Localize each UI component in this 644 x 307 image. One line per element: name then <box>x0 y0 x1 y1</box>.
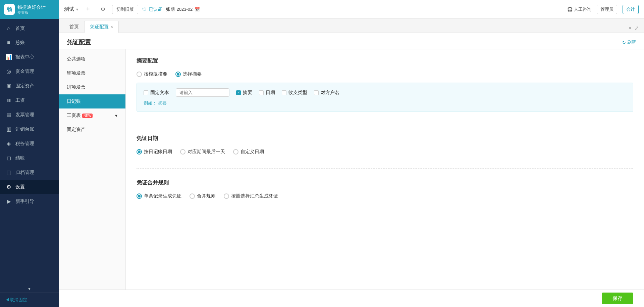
nav-payslip[interactable]: 工资表 NEW ▾ <box>59 108 125 123</box>
payslip-expand-icon: ▾ <box>115 113 117 118</box>
right-content: 摘要配置 按模版摘要 选择摘要 <box>126 49 644 290</box>
topbar: 测试 ▾ + ⚙ 切到旧版 🛡 已认证 账期 2023-02 📅 🎧 人工咨询 <box>59 0 644 19</box>
sidebar-item-guide[interactable]: ▶ 新手引导 <box>0 194 59 209</box>
fixed-text-input[interactable] <box>176 88 229 97</box>
nav-purchase[interactable]: 进项发票 <box>59 80 125 94</box>
home-icon: ⌂ <box>5 26 12 32</box>
topbar-settings-btn[interactable]: ⚙ <box>97 5 109 14</box>
summary-radio-group: 按模版摘要 选择摘要 <box>137 71 633 77</box>
guide-icon: ▶ <box>5 198 12 205</box>
checkbox-income-type[interactable]: 收支类型 <box>282 90 307 96</box>
date-section: 凭证日期 按日记账日期 对应期间最后一天 <box>137 135 633 169</box>
tax-icon: ◈ <box>5 140 12 147</box>
refresh-icon: ↻ <box>622 40 626 45</box>
date-radio-custom[interactable]: 自定义日期 <box>233 149 264 155</box>
merge-radio-single[interactable]: 单条记录生成凭证 <box>137 193 181 199</box>
tab-controls: × ⤢ <box>629 25 639 33</box>
date-title: 凭证日期 <box>137 135 633 142</box>
sidebar-item-home[interactable]: ⌂ 首页 <box>0 21 59 36</box>
merge-radio-aggregate[interactable]: 按照选择汇总生成凭证 <box>224 193 278 199</box>
sidebar-item-payroll[interactable]: ≋ 工资 <box>0 93 59 107</box>
summary-checkbox: ✓ <box>236 90 241 95</box>
calendar-icon[interactable]: 📅 <box>195 7 200 12</box>
checkbox-counterpart[interactable]: 对方户名 <box>314 90 339 96</box>
radio-aggregate-circle <box>224 193 229 199</box>
cancel-fixed-btn[interactable]: ◀取消固定 <box>0 293 59 307</box>
radio-template-circle <box>137 72 142 77</box>
summary-section: 摘要配置 按模版摘要 选择摘要 <box>137 57 633 124</box>
summary-title: 摘要配置 <box>137 57 633 64</box>
sidebar: 畅 畅捷通好会计 专业版 ⌂ 首页 ≡ 总账 📊 报表中心 ◎ 资金管理 <box>0 0 59 307</box>
user-btn[interactable]: 管理员 <box>597 5 617 14</box>
radio-period-last-circle <box>180 149 185 155</box>
date-radio-journal[interactable]: 按日记账日期 <box>137 149 172 155</box>
inner-layout: 公共选项 销项发票 进项发票 日记账 工资表 NEW ▾ <box>59 49 644 290</box>
switch-version-btn[interactable]: 切到旧版 <box>112 5 138 14</box>
nav-sales[interactable]: 销项发票 <box>59 66 125 80</box>
logo-text: 畅捷通好会计 专业版 <box>17 4 46 15</box>
left-nav: 公共选项 销项发票 进项发票 日记账 工资表 NEW ▾ <box>59 49 126 290</box>
radio-rule-circle <box>190 193 195 199</box>
tabbar: 首页 凭证配置 × × ⤢ <box>59 19 644 33</box>
radio-journal-circle <box>137 149 142 155</box>
summary-radio-template[interactable]: 按模版摘要 <box>137 71 167 77</box>
settings-icon: ⚙ <box>5 184 12 190</box>
sidebar-item-tax[interactable]: ◈ 税务管理 <box>0 136 59 151</box>
checkbox-fixed-text[interactable]: 固定文本 <box>144 90 169 96</box>
headset-icon: 🎧 <box>567 7 573 12</box>
page-title: 凭证配置 <box>67 38 91 46</box>
sidebar-item-capital[interactable]: ◎ 资金管理 <box>0 64 59 79</box>
tab-close-icon[interactable]: × <box>111 25 113 29</box>
sidebar-item-settings[interactable]: ⚙ 设置 <box>0 180 59 194</box>
company-selector[interactable]: 测试 ▾ <box>64 6 78 12</box>
date-checkbox <box>259 90 264 95</box>
sidebar-item-ledger[interactable]: ≡ 总账 <box>0 36 59 50</box>
date-radio-period-last[interactable]: 对应期间最后一天 <box>180 149 225 155</box>
nav-public[interactable]: 公共选项 <box>59 52 125 66</box>
report-icon: 📊 <box>5 54 12 60</box>
save-btn[interactable]: 保存 <box>602 293 633 304</box>
nav-fixed[interactable]: 固定资产 <box>59 123 125 137</box>
nav-journal[interactable]: 日记账 <box>59 94 125 108</box>
refresh-btn[interactable]: ↻ 刷新 <box>622 39 636 45</box>
closing-icon: ◻ <box>5 155 12 161</box>
shield-icon: 🛡 <box>142 7 147 12</box>
fullscreen-btn[interactable]: ⤢ <box>634 25 639 31</box>
sidebar-item-archive[interactable]: ◫ 归档管理 <box>0 165 59 180</box>
sidebar-logo: 畅 畅捷通好会计 专业版 <box>0 0 59 19</box>
add-company-btn[interactable]: + <box>82 4 94 14</box>
checkbox-date[interactable]: 日期 <box>259 90 275 96</box>
checkbox-summary[interactable]: ✓ 摘要 <box>236 90 252 96</box>
merge-radio-rule[interactable]: 合并规则 <box>190 193 216 199</box>
merge-section: 凭证合并规则 单条记录生成凭证 合并规则 <box>137 179 633 213</box>
sidebar-scroll-down[interactable]: ▼ <box>0 285 59 293</box>
sidebar-item-report[interactable]: 📊 报表中心 <box>0 50 59 64</box>
bottom-bar: 保存 <box>59 290 644 307</box>
sidebar-item-invoice[interactable]: ▤ 发票管理 <box>0 107 59 122</box>
main-area: 测试 ▾ + ⚙ 切到旧版 🛡 已认证 账期 2023-02 📅 🎧 人工咨询 <box>59 0 644 307</box>
topbar-right: 🎧 人工咨询 管理员 会计 <box>567 5 639 14</box>
summary-radio-select[interactable]: 选择摘要 <box>175 71 202 77</box>
company-name: 测试 <box>64 6 74 12</box>
radio-select-circle <box>175 72 181 77</box>
fixed-text-checkbox <box>144 90 148 95</box>
sidebar-item-trade[interactable]: ▥ 进销台账 <box>0 122 59 136</box>
income-type-checkbox <box>282 90 286 95</box>
radio-custom-circle <box>233 149 238 155</box>
logo-icon: 畅 <box>4 4 15 15</box>
sidebar-item-closing[interactable]: ◻ 结账 <box>0 151 59 165</box>
certified-status: 🛡 已认证 <box>142 6 162 12</box>
role-btn[interactable]: 会计 <box>623 5 639 14</box>
merge-title: 凭证合并规则 <box>137 179 633 186</box>
summary-config-box: 固定文本 ✓ 摘要 日期 <box>137 83 633 112</box>
capital-icon: ◎ <box>5 68 12 75</box>
counterpart-checkbox <box>314 90 319 95</box>
tab-voucher-config[interactable]: 凭证配置 × <box>84 21 119 33</box>
payroll-icon: ≋ <box>5 97 12 103</box>
sidebar-item-asset[interactable]: ▣ 固定资产 <box>0 79 59 93</box>
tab-home[interactable]: 首页 <box>64 21 84 33</box>
invoice-icon: ▤ <box>5 112 12 118</box>
example-text: 例如： 摘要 <box>144 100 626 106</box>
close-all-btn[interactable]: × <box>629 25 632 31</box>
consultant-btn[interactable]: 🎧 人工咨询 <box>567 6 591 12</box>
